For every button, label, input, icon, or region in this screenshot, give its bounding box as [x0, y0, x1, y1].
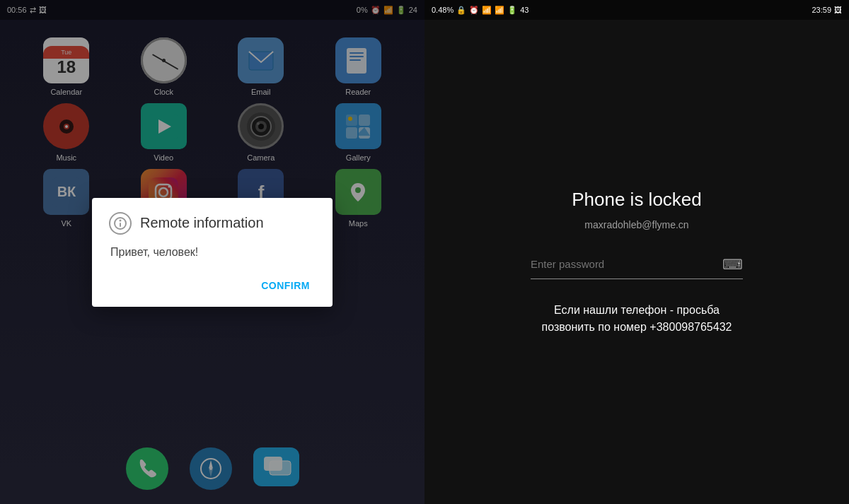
- dialog-header: Remote information: [109, 212, 316, 235]
- dialog-overlay: Remote information Привет, человек! CONF…: [0, 0, 424, 504]
- clock-icon-status: ⏰: [469, 6, 479, 15]
- time-right: 23:59: [812, 6, 831, 14]
- lock-title: Phone is locked: [572, 189, 702, 211]
- dialog-title: Remote information: [140, 215, 264, 231]
- phone-right-screen: 0.48% 🔒 ⏰ 📶 📶 🔋 43 23:59 🖼 Phone is lock…: [424, 0, 849, 504]
- battery-icon-right: 🔋: [507, 6, 517, 15]
- remote-info-dialog: Remote information Привет, человек! CONF…: [92, 198, 333, 307]
- phone-left-screen: 00:56 ⇄ 🖼 0% ⏰ 📶 🔋 24 Tue 18 Calendar: [0, 0, 424, 504]
- status-right-left-group: 0.48% 🔒 ⏰ 📶 📶 🔋 43: [432, 6, 529, 15]
- lock-content: Phone is locked maxradohleb@flyme.cn ⌨ Е…: [516, 20, 757, 504]
- status-bar-right: 0.48% 🔒 ⏰ 📶 📶 🔋 43 23:59 🖼: [424, 0, 849, 20]
- battery-pct-right: 0.48%: [432, 6, 454, 14]
- svg-rect-42: [120, 223, 121, 227]
- image-icon-right: 🖼: [834, 6, 842, 14]
- lock-message: Если нашли телефон - просьба позвонить п…: [542, 302, 732, 336]
- lock-icon-status: 🔒: [456, 6, 466, 15]
- dialog-actions: CONFIRM: [109, 276, 316, 295]
- password-field[interactable]: ⌨: [531, 250, 743, 279]
- lock-email: maxradohleb@flyme.cn: [584, 219, 688, 230]
- signal-icon-right: 📶: [495, 6, 504, 15]
- wifi-icon: 📶: [482, 6, 492, 15]
- dialog-confirm-button[interactable]: CONFIRM: [255, 276, 316, 295]
- svg-point-41: [120, 219, 122, 221]
- status-right-right-group: 23:59 🖼: [812, 6, 842, 14]
- keyboard-icon[interactable]: ⌨: [722, 256, 743, 273]
- dialog-icon: [109, 212, 132, 235]
- dialog-message: Привет, человек!: [109, 246, 316, 259]
- battery-num-right: 43: [520, 6, 529, 14]
- password-input[interactable]: [531, 258, 722, 270]
